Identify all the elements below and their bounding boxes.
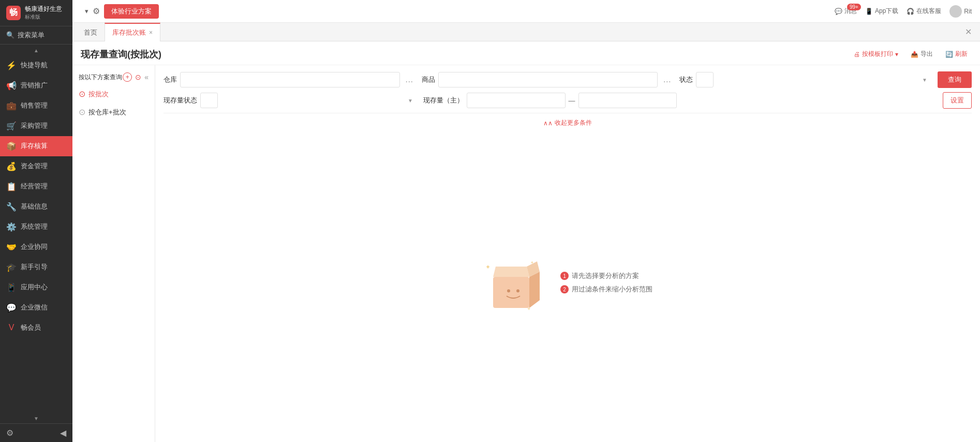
system-icon: ⚙️ (6, 222, 17, 232)
phone-icon: 📱 (865, 8, 873, 15)
page-title: 现存量查询(按批次) (81, 48, 161, 61)
tab-close-icon[interactable]: × (149, 29, 153, 36)
printer-icon: 🖨 (854, 51, 860, 58)
user-menu-button[interactable]: Rit (949, 5, 972, 18)
empty-tip-1: 1 请先选择要分析的方案 (560, 271, 652, 281)
refresh-button[interactable]: 🔄 刷新 (941, 48, 972, 61)
basic-icon: 🔧 (6, 202, 17, 212)
sidebar-scroll-up[interactable]: ▲ (0, 45, 72, 55)
messages-badge: 99+ (847, 4, 861, 10)
sidebar-logo: 畅 (6, 6, 21, 20)
sidebar-nav: ⚡ 快捷导航 📢 营销推广 💼 销售管理 🛒 采购管理 📦 库存核算 💰 资金管… (0, 55, 72, 412)
status-select-wrapper (696, 72, 931, 87)
tab-inventory-batch[interactable]: 库存批次账 × (105, 23, 160, 41)
sidebar-item-apps[interactable]: 📱 应用中心 (0, 277, 72, 298)
plan-item-by-batch[interactable]: ⊙ 按批次 (72, 85, 155, 103)
avatar (949, 5, 962, 18)
empty-illustration: ✦ ✦ ✦ (483, 254, 545, 316)
inventory-qty-filter: 现存量（主） — (423, 93, 677, 108)
headset-icon: 🎧 (907, 8, 914, 15)
status-filter: 状态 (679, 72, 931, 87)
sidebar-item-marketing[interactable]: 📢 营销推广 (0, 76, 72, 96)
sidebar-item-wechat[interactable]: 💬 企业微信 (0, 298, 72, 318)
left-panel: 按以下方案查询 + ⊙ « ⊙ 按批次 ⊙ 按仓库+批次 (72, 65, 155, 442)
right-panel: 仓库 … 商品 … 状态 (155, 65, 980, 442)
page-content: 现存量查询(按批次) 🖨 按模板打印 ▾ 📤 导出 🔄 刷新 (72, 41, 980, 442)
collapse-sidebar-icon[interactable]: ◀ (60, 428, 66, 438)
sidebar-item-inventory[interactable]: 📦 库存核算 (0, 136, 72, 156)
sidebar-item-purchase[interactable]: 🛒 采购管理 (0, 116, 72, 136)
tabbar: 首页 库存批次账 × ✕ (72, 23, 980, 41)
status-select[interactable] (696, 72, 714, 87)
dropdown-icon[interactable]: ▾ (85, 7, 88, 15)
sidebar-brand: 畅康通好生意 标准版 (25, 5, 62, 21)
print-button[interactable]: 🖨 按模板打印 ▾ (850, 48, 902, 61)
marketing-icon: 📢 (6, 81, 17, 91)
inventory-status-select-wrapper (200, 93, 417, 108)
empty-state: ✦ ✦ ✦ 1 请先选择要分析的方案 2 用过滤条件来缩小分析范围 (164, 134, 972, 436)
panel-close-icon[interactable]: ✕ (961, 27, 976, 37)
svg-point-5 (516, 289, 519, 292)
topbar: ▾ ⚙ 体验行业方案 💬 消息 99+ 📱 App下载 🎧 在线客服 Rit (72, 0, 980, 23)
messages-button[interactable]: 💬 消息 99+ (835, 7, 857, 16)
main-content: ▾ ⚙ 体验行业方案 💬 消息 99+ 📱 App下载 🎧 在线客服 Rit (72, 0, 980, 442)
refresh-icon: 🔄 (945, 51, 953, 58)
empty-tip-2: 2 用过滤条件来缩小分析范围 (560, 285, 652, 294)
page-header-actions: 🖨 按模板打印 ▾ 📤 导出 🔄 刷新 (850, 48, 972, 61)
sidebar: 畅 畅康通好生意 标准版 🔍 搜索菜单 ▲ ⚡ 快捷导航 📢 营销推广 💼 销售… (0, 0, 72, 442)
purchase-icon: 🛒 (6, 121, 17, 131)
topbar-gear-icon[interactable]: ⚙ (93, 6, 100, 16)
wechat-icon: 💬 (6, 303, 17, 313)
plan-settings-icon[interactable]: ⊙ (135, 73, 141, 81)
settings-icon[interactable]: ⚙ (6, 428, 13, 438)
plan-active-icon: ⊙ (79, 89, 85, 99)
svg-marker-2 (529, 272, 540, 308)
sidebar-item-quick-nav[interactable]: ⚡ 快捷导航 (0, 55, 72, 76)
topbar-left: ▾ ⚙ 体验行业方案 (81, 4, 828, 19)
goods-more-icon[interactable]: … (661, 75, 673, 84)
customer-service-button[interactable]: 🎧 在线客服 (907, 7, 941, 16)
warehouse-more-icon[interactable]: … (403, 75, 415, 84)
sidebar-item-enterprise[interactable]: 🤝 企业协同 (0, 237, 72, 257)
sidebar-footer: ⚙ ◀ (0, 423, 72, 442)
print-dropdown-icon[interactable]: ▾ (895, 51, 898, 58)
sidebar-header: 畅 畅康通好生意 标准版 (0, 0, 72, 26)
page-header: 现存量查询(按批次) 🖨 按模板打印 ▾ 📤 导出 🔄 刷新 (72, 41, 980, 65)
sidebar-item-guide[interactable]: 🎓 新手引导 (0, 257, 72, 277)
sidebar-search[interactable]: 🔍 搜索菜单 (0, 26, 72, 45)
collapse-icon: ∧∧ (543, 120, 553, 127)
tab-home[interactable]: 首页 (77, 23, 105, 41)
settings-button[interactable]: 设置 (943, 92, 972, 109)
add-plan-icon[interactable]: + (123, 72, 132, 82)
sidebar-item-system[interactable]: ⚙️ 系统管理 (0, 217, 72, 237)
svg-rect-0 (493, 277, 529, 308)
sidebar-item-member[interactable]: V 畅会员 (0, 318, 72, 337)
sidebar-item-sales[interactable]: 💼 销售管理 (0, 96, 72, 116)
sidebar-item-finance[interactable]: 💰 资金管理 (0, 156, 72, 176)
guide-icon: 🎓 (6, 262, 17, 272)
collapse-filters-button[interactable]: ∧∧ 收起更多条件 (539, 116, 596, 129)
operations-icon: 📋 (6, 182, 17, 191)
trial-button[interactable]: 体验行业方案 (104, 4, 159, 19)
inventory-status-filter: 现存量状态 (164, 93, 417, 108)
warehouse-input[interactable] (180, 72, 400, 87)
collapse-panel-icon[interactable]: « (144, 73, 149, 81)
qty-min-input[interactable] (467, 93, 566, 108)
apps-icon: 📱 (6, 283, 17, 292)
sidebar-item-operations[interactable]: 📋 经营管理 (0, 176, 72, 197)
plan-item-by-warehouse-batch[interactable]: ⊙ 按仓库+批次 (72, 103, 155, 121)
left-panel-header: 按以下方案查询 + ⊙ « (72, 69, 155, 85)
content-body: 按以下方案查询 + ⊙ « ⊙ 按批次 ⊙ 按仓库+批次 (72, 65, 980, 442)
app-download-button[interactable]: 📱 App下载 (865, 7, 898, 16)
inventory-status-select[interactable] (200, 93, 218, 108)
sidebar-item-basic[interactable]: 🔧 基础信息 (0, 197, 72, 217)
qty-max-input[interactable] (578, 93, 677, 108)
qty-range: — (467, 93, 677, 108)
query-button[interactable]: 查询 (938, 71, 972, 88)
export-button[interactable]: 📤 导出 (907, 48, 937, 61)
goods-filter: 商品 … (422, 72, 674, 87)
goods-input[interactable] (438, 72, 658, 87)
empty-tips: 1 请先选择要分析的方案 2 用过滤条件来缩小分析范围 (560, 271, 652, 298)
inventory-icon: 📦 (6, 141, 17, 151)
sidebar-scroll-down[interactable]: ▼ (0, 412, 72, 423)
